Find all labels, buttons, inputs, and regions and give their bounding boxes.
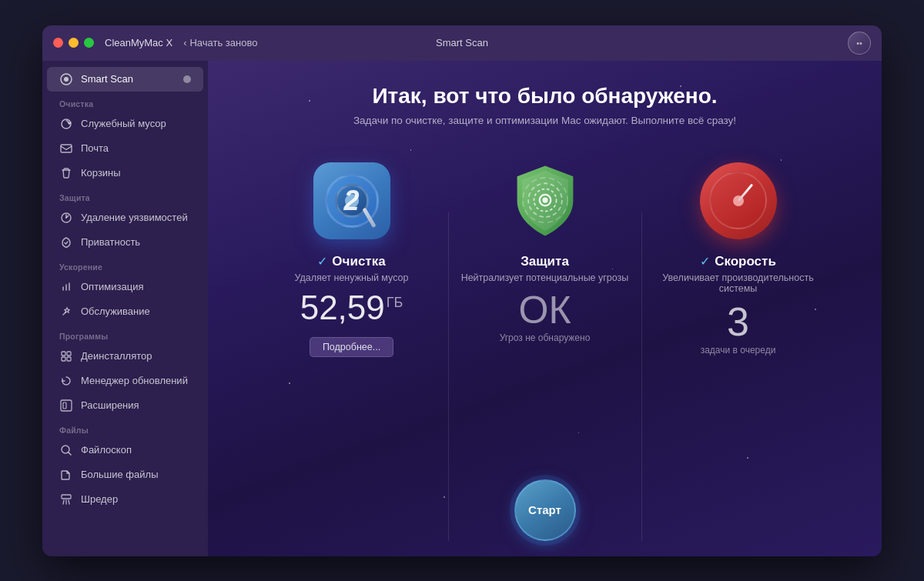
protection-title: Защита [521, 254, 569, 269]
speed-title-row: ✓ Скорость [700, 254, 776, 269]
uninstaller-label: Деинсталлятор [81, 350, 152, 362]
protection-sublabel: Угроз не обнаружено [500, 332, 591, 343]
back-label: Начать заново [189, 37, 257, 48]
speed-check-icon: ✓ [700, 254, 710, 269]
optimization-label: Оптимизация [81, 281, 144, 292]
sidebar-item-vulnerabilities[interactable]: Удаление уязвимостей [47, 205, 203, 230]
sidebar-item-filescope[interactable]: Файлоскоп [47, 438, 203, 462]
svg-line-20 [63, 500, 64, 504]
cleaning-icon-wrap: 2 [310, 159, 394, 243]
page-subtitle: Задачи по очистке, защите и оптимизации … [353, 115, 736, 126]
svg-rect-3 [61, 145, 72, 152]
window-title: Smart Scan [436, 37, 488, 48]
cleaning-title: Очистка [332, 254, 385, 269]
speed-value: 3 [727, 302, 749, 342]
more-details-button[interactable]: Подробнее... [310, 337, 393, 357]
protection-title-row: Защита [521, 254, 569, 269]
protection-desc: Нейтрализует потенциальные угрозы [461, 272, 629, 283]
cleaning-check-icon: ✓ [317, 254, 327, 269]
app-name: CleanMyMac X [105, 37, 172, 48]
start-button-wrap: Старт [514, 479, 576, 541]
mail-label: Почта [81, 142, 109, 154]
privacy-label: Приватность [81, 236, 140, 248]
disk-icon: 2 [313, 162, 390, 239]
system-junk-label: Служебный мусор [81, 118, 166, 129]
svg-rect-12 [67, 352, 71, 356]
cleaning-value: 52,59ГБ [300, 291, 403, 325]
svg-line-22 [69, 500, 69, 504]
shield-wrap [504, 160, 585, 241]
speed-sublabel: задачи в очереди [701, 345, 776, 356]
section-label-speed: Ускорение [42, 255, 208, 275]
cleaning-desc: Удаляет ненужный мусор [295, 272, 409, 283]
sidebar: Smart Scan Очистка Служебный мусор [42, 61, 208, 556]
back-button[interactable]: ‹ Начать заново [183, 37, 257, 48]
sidebar-item-large-files[interactable]: Большие файлы [47, 462, 203, 487]
traffic-lights [53, 38, 94, 48]
shredder-label: Шредер [81, 493, 118, 505]
svg-point-27 [542, 197, 547, 202]
smart-scan-icon [59, 72, 73, 86]
sidebar-item-shredder[interactable]: Шредер [47, 487, 203, 512]
minimize-button[interactable] [69, 38, 79, 48]
avatar[interactable]: •• [848, 32, 871, 55]
gauge-inner [709, 172, 767, 229]
sidebar-item-updater[interactable]: Менеджер обновлений [47, 369, 203, 393]
shredder-icon [59, 493, 73, 506]
sidebar-item-mail[interactable]: Почта [47, 136, 203, 161]
svg-rect-14 [67, 357, 71, 361]
protection-value: ОК [518, 291, 571, 329]
system-junk-icon [59, 117, 73, 131]
trash-icon [59, 166, 73, 180]
filescope-icon [59, 443, 73, 457]
gauge-icon [700, 162, 777, 239]
card-protection: Защита Нейтрализует потенциальные угрозы… [449, 151, 641, 351]
card-cleaning: 2 ✓ Очистка Удаляет ненужный мусор 52,59… [256, 151, 448, 365]
sidebar-item-optimization[interactable]: Оптимизация [47, 275, 203, 299]
titlebar: CleanMyMac X ‹ Начать заново Smart Scan … [42, 25, 882, 61]
uninstaller-icon [59, 349, 73, 363]
protection-icon-wrap [503, 159, 588, 243]
maximize-button[interactable] [84, 38, 94, 48]
sidebar-item-maintenance[interactable]: Обслуживание [47, 299, 203, 324]
back-chevron-icon: ‹ [183, 37, 186, 48]
large-files-icon [59, 468, 73, 482]
updater-label: Менеджер обновлений [81, 375, 188, 386]
svg-rect-16 [63, 402, 66, 409]
svg-line-10 [63, 312, 65, 315]
main-content: Итак, вот что было обнаружено. Задачи по… [208, 61, 882, 556]
filescope-label: Файлоскоп [81, 444, 132, 456]
gauge-needle [737, 183, 752, 201]
speed-desc: Увеличивает производительность системы [654, 272, 822, 294]
maintenance-icon [59, 305, 73, 319]
svg-rect-13 [62, 357, 65, 361]
vulnerabilities-icon [59, 211, 73, 225]
section-label-protection: Защита [42, 185, 208, 205]
sidebar-item-extensions[interactable]: Расширения [47, 393, 203, 418]
vulnerabilities-label: Удаление уязвимостей [81, 212, 188, 223]
svg-rect-19 [62, 495, 71, 499]
section-label-files: Файлы [42, 418, 208, 438]
main-layout: Smart Scan Очистка Служебный мусор [42, 61, 882, 556]
page-title: Итак, вот что было обнаружено. [372, 84, 717, 109]
svg-point-1 [64, 77, 69, 82]
disk-center [345, 194, 359, 208]
sidebar-item-system-junk[interactable]: Служебный мусор [47, 112, 203, 136]
speed-title: Скорость [715, 254, 776, 269]
toggle-indicator [183, 75, 191, 83]
card-speed: ✓ Скорость Увеличивает производительност… [642, 151, 835, 363]
extensions-label: Расширения [81, 399, 139, 411]
trash-label: Корзины [81, 167, 121, 179]
updater-icon [59, 374, 73, 388]
start-button[interactable]: Старт [514, 479, 576, 541]
section-label-cleaning: Очистка [42, 92, 208, 112]
sidebar-item-privacy[interactable]: Приватность [47, 230, 203, 255]
large-files-label: Большие файлы [81, 469, 158, 480]
sidebar-item-uninstaller[interactable]: Деинсталлятор [47, 344, 203, 369]
sidebar-item-trash[interactable]: Корзины [47, 161, 203, 185]
cleaning-title-row: ✓ Очистка [317, 254, 385, 269]
close-button[interactable] [53, 38, 63, 48]
mail-icon [59, 142, 73, 155]
sidebar-item-smart-scan[interactable]: Smart Scan [47, 67, 203, 92]
svg-rect-11 [62, 352, 65, 356]
